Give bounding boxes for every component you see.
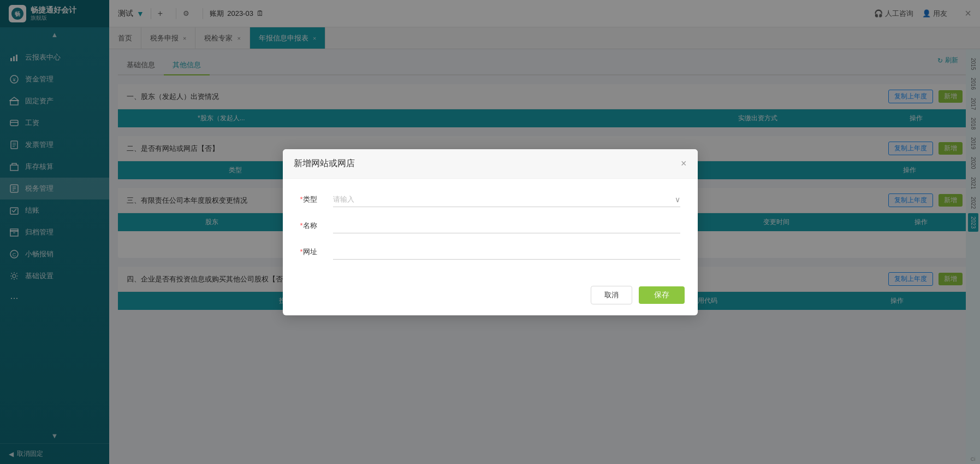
url-input[interactable] <box>333 244 680 260</box>
dialog-footer: 取消 保存 <box>283 279 698 315</box>
dialog-body: *类型 ∨ *名称 *网址 <box>283 179 698 279</box>
name-input[interactable] <box>333 218 680 233</box>
add-website-dialog: 新增网站或网店 × *类型 ∨ *名称 *网址 <box>283 149 698 315</box>
form-row-url: *网址 <box>300 244 680 260</box>
cancel-btn[interactable]: 取消 <box>591 286 632 304</box>
dialog-header: 新增网站或网店 × <box>283 149 698 179</box>
form-row-type: *类型 ∨ <box>300 192 680 207</box>
type-input[interactable] <box>333 192 680 207</box>
form-label-name: *名称 <box>300 221 333 231</box>
form-input-wrap-url <box>333 244 680 260</box>
save-btn[interactable]: 保存 <box>639 286 685 304</box>
form-label-url: *网址 <box>300 247 333 257</box>
dialog-title: 新增网站或网店 <box>294 158 355 169</box>
dialog-close-btn[interactable]: × <box>681 158 687 169</box>
form-input-wrap-name <box>333 218 680 233</box>
form-label-type: *类型 <box>300 195 333 204</box>
form-row-name: *名称 <box>300 218 680 233</box>
form-input-wrap-type: ∨ <box>333 192 680 207</box>
